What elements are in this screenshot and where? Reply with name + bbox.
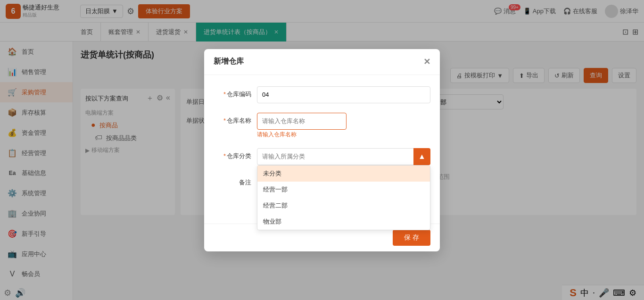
modal-overlay: 新增仓库 ✕ 仓库编码 仓库名称 请输入仓库名称 仓库分类 [0,0,644,300]
modal-header: 新增仓库 ✕ [204,49,440,75]
name-label: 仓库名称 [214,113,251,125]
category-row: 仓库分类 ▲ 未分类 经营一部 经营二部 物业部 [214,148,430,165]
name-input-wrap: 请输入仓库名称 [257,113,430,139]
modal-close-btn[interactable]: ✕ [423,57,430,67]
category-select-wrap: ▲ 未分类 经营一部 经营二部 物业部 [257,148,430,165]
category-toggle-btn[interactable]: ▲ [413,148,430,165]
code-row: 仓库编码 [214,86,430,103]
code-label: 仓库编码 [214,86,251,99]
category-label: 仓库分类 [214,148,251,160]
name-error-msg: 请输入仓库名称 [257,131,430,139]
dropdown-item-unclassified[interactable]: 未分类 [257,166,430,182]
name-input[interactable] [257,113,347,130]
note-label: 备注 [214,175,251,187]
modal-title: 新增仓库 [214,57,244,67]
category-dropdown: 未分类 经营一部 经营二部 物业部 [257,165,430,230]
code-input[interactable] [257,86,430,103]
dropdown-item-dept1[interactable]: 经营一部 [257,182,430,198]
category-input[interactable] [257,148,430,165]
dropdown-item-property[interactable]: 物业部 [257,214,430,230]
name-row: 仓库名称 请输入仓库名称 [214,113,430,139]
save-button[interactable]: 保 存 [393,230,430,246]
dropdown-item-dept2[interactable]: 经营二部 [257,198,430,214]
chevron-up-icon: ▲ [418,152,426,161]
new-warehouse-modal: 新增仓库 ✕ 仓库编码 仓库名称 请输入仓库名称 仓库分类 [204,49,440,251]
modal-body: 仓库编码 仓库名称 请输入仓库名称 仓库分类 ▲ [204,75,440,224]
